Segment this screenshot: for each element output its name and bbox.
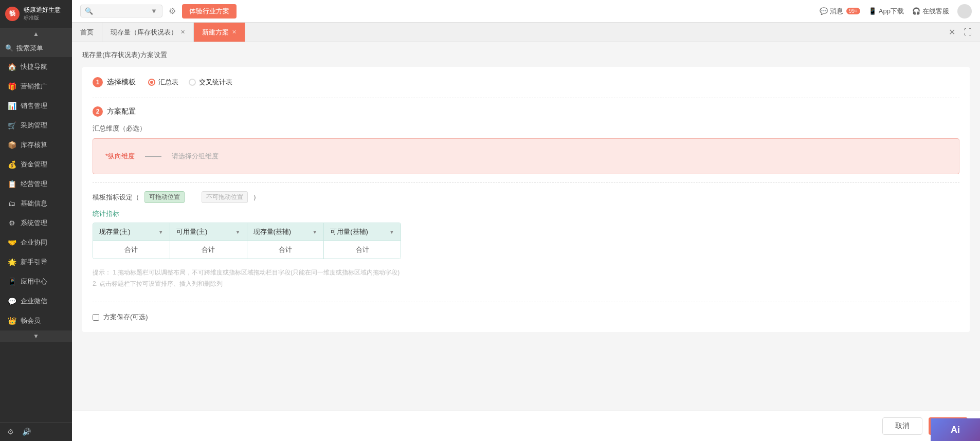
stat-indicators-label: 统计指标 [93,209,959,218]
stat-col-3[interactable]: 可用量(基辅) ▼ [324,223,401,241]
sidebar-item-quick-nav[interactable]: 🏠 快捷导航 [0,57,72,77]
sidebar-search-label: 搜索菜单 [16,44,43,53]
sidebar-item-basic-info[interactable]: 🗂 基础信息 [0,194,72,213]
sidebar-item-label: 经营管理 [21,179,47,189]
step1-label: 选择模板 [107,78,136,87]
step2-label: 方案配置 [107,107,136,116]
topbar-settings-icon[interactable]: ⚙ [169,6,176,16]
message-icon: 💬 [820,7,828,15]
sidebar-item-label: 企业协同 [21,238,47,247]
stat-table-header: 现存量(主) ▼ 可用量(主) ▼ 现存量(基辅) ▼ 可用量(基辅) [93,223,401,241]
sidebar-search-area[interactable]: 🔍 搜索菜单 [0,40,72,57]
speaker-icon[interactable]: 🔊 [22,428,31,436]
tips-section: 提示： 1.拖动标题栏可以调整布局，不可跨维度或指标区域拖动栏目字段(只能在同一… [93,267,959,289]
radio-summary[interactable]: 汇总表 [148,78,178,87]
divider-3 [93,302,959,302]
topbar-search-box[interactable]: 🔍 ▼ [80,5,162,17]
step2-num: 2 [93,106,103,117]
topbar-search-input[interactable] [95,8,147,15]
stat-cell-0: 合计 [93,241,170,259]
divider-2 [93,182,959,183]
ai-badge[interactable]: Ai [931,418,980,441]
topbar-search-icon: 🔍 [85,7,93,15]
dimension-required-mark: *纵向维度 [105,152,135,161]
sidebar-item-inventory[interactable]: 📦 库存核算 [0,135,72,155]
sidebar-item-label: 基础信息 [21,199,47,208]
user-avatar[interactable] [957,4,972,19]
topbar-right: 💬 消息 99+ 📱 App下载 🎧 在线客服 [820,4,972,19]
sidebar-item-purchase[interactable]: 🛒 采购管理 [0,116,72,135]
radio-cross[interactable]: 交叉统计表 [189,78,232,87]
sidebar-item-enterprise[interactable]: 🤝 企业协同 [0,233,72,252]
sidebar-item-finance[interactable]: 💰 资金管理 [0,155,72,174]
indicator-settings-mid [190,193,196,202]
tab-new-scheme-close[interactable]: ✕ [232,29,237,35]
sidebar-item-new-guide[interactable]: 🌟 新手引导 [0,252,72,272]
industry-btn[interactable]: 体验行业方案 [182,4,237,19]
sidebar-item-app-center[interactable]: 📱 应用中心 [0,272,72,291]
handshake-icon: 🤝 [7,238,16,247]
stat-col-1[interactable]: 可用量(主) ▼ [170,223,247,241]
tab-inventory-close[interactable]: ✕ [180,29,185,35]
stat-col-0[interactable]: 现存量(主) ▼ [93,223,170,241]
topbar-app-download[interactable]: 📱 App下载 [868,7,904,16]
sidebar-item-marketing[interactable]: 🎁 营销推广 [0,77,72,96]
topbar: 🔍 ▼ ⚙ 体验行业方案 💬 消息 99+ 📱 App下载 🎧 在线客服 [72,0,980,23]
col-3-chevron-icon[interactable]: ▼ [389,229,394,235]
config-panel: 1 选择模板 汇总表 交叉统计表 [82,67,970,332]
message-label: 消息 [830,7,843,16]
crown-icon: 👑 [7,316,16,325]
topbar-online-service[interactable]: 🎧 在线客服 [912,7,949,16]
tab-inventory-status[interactable]: 现存量（库存状况表） ✕ [102,23,194,42]
cart-icon: 🛒 [7,121,16,130]
dimension-selector[interactable]: *纵向维度 —— 请选择分组维度 [93,138,959,174]
sidebar-item-wechat[interactable]: 💬 企业微信 [0,291,72,311]
radio-cross-circle [189,79,196,86]
sidebar-item-label: 销售管理 [21,101,47,111]
sidebar-item-sales[interactable]: 📊 销售管理 [0,96,72,116]
save-checkbox[interactable] [93,314,99,321]
settings-bottom-icon[interactable]: ⚙ [7,428,14,436]
stat-col-2-label: 现存量(基辅) [253,227,292,236]
sidebar-item-label: 营销推广 [21,82,47,91]
sidebar-scroll-down[interactable]: ▼ [0,330,72,342]
gear-icon: ⚙ [7,218,16,228]
clipboard-icon: 📋 [7,179,16,189]
chart-icon: 📊 [7,101,16,111]
col-1-chevron-icon[interactable]: ▼ [235,229,241,235]
tab-close-all-btn[interactable]: ✕ [947,26,957,38]
stat-col-2[interactable]: 现存量(基辅) ▼ [247,223,324,241]
dimension-arrow: —— [145,152,161,161]
dimension-placeholder: 请选择分组维度 [172,152,219,161]
home-icon: 🏠 [7,62,16,71]
col-0-chevron-icon[interactable]: ▼ [158,229,164,235]
tab-actions: ✕ ⛶ [947,26,980,38]
radio-cross-label: 交叉统计表 [199,78,232,87]
col-2-chevron-icon[interactable]: ▼ [312,229,317,235]
tab-expand-btn[interactable]: ⛶ [961,27,974,38]
sidebar-item-label: 快捷导航 [21,62,47,71]
sidebar-item-operations[interactable]: 📋 经营管理 [0,174,72,194]
topbar-search-dropdown[interactable]: ▼ [151,7,157,15]
sidebar-item-label: 资金管理 [21,160,47,169]
indicator-settings-row: 模板指标设定（ 可拖动位置 不可拖动位置 ） [93,191,959,203]
aggregate-dim-label: 汇总维度（必选） [93,124,959,133]
search-icon: 🔍 [5,44,13,52]
stat-col-1-label: 可用量(主) [176,227,208,236]
sidebar-scroll-up[interactable]: ▲ [0,28,72,40]
page-title: 现存量(库存状况表)方案设置 [82,50,970,60]
tips-title: 提示： [93,269,111,276]
sidebar-item-label: 采购管理 [21,121,47,130]
tab-new-scheme[interactable]: 新建方案 ✕ [194,23,245,42]
cancel-button[interactable]: 取消 [882,417,922,435]
sidebar-item-vip[interactable]: 👑 畅会员 [0,311,72,330]
sidebar-item-label: 新手引导 [21,258,47,267]
headset-icon: 🎧 [912,7,920,15]
topbar-message[interactable]: 💬 消息 99+ [820,7,860,16]
sidebar-item-label: 企业微信 [21,297,47,306]
sidebar-item-system[interactable]: ⚙ 系统管理 [0,213,72,233]
tab-home[interactable]: 首页 [72,23,102,42]
radio-summary-circle [148,79,155,86]
app-name: 畅康通好生意 [24,6,61,14]
money-icon: 💰 [7,160,16,169]
